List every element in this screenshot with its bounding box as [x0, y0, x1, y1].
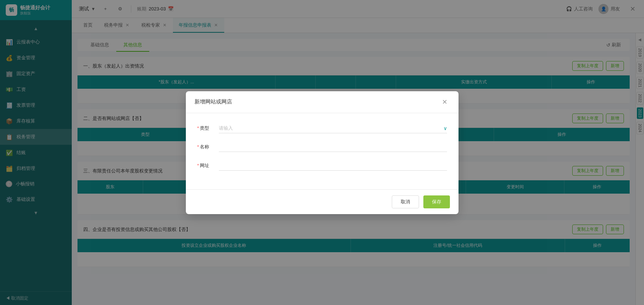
cancel-button[interactable]: 取消 [392, 195, 419, 208]
modal-body: *类型 ∨ *名称 *网址 [186, 113, 459, 189]
modal-header: 新增网站或网店 ✕ [186, 91, 459, 113]
modal-footer: 取消 保存 [186, 189, 459, 214]
name-input[interactable] [219, 142, 447, 152]
form-label-url: *网址 [197, 162, 219, 169]
modal-close-button[interactable]: ✕ [440, 97, 450, 107]
form-field-url: *网址 [197, 161, 447, 171]
modal-title: 新增网站或网店 [194, 98, 232, 105]
form-name-wrap [219, 142, 447, 152]
form-url-wrap [219, 161, 447, 171]
save-button[interactable]: 保存 [423, 195, 450, 208]
form-label-type: *类型 [197, 125, 219, 131]
form-type-wrap: ∨ [219, 123, 447, 133]
form-field-type: *类型 ∨ [197, 123, 447, 133]
add-website-modal: 新增网站或网店 ✕ *类型 ∨ *名称 [186, 91, 459, 214]
modal-overlay[interactable]: 新增网站或网店 ✕ *类型 ∨ *名称 [0, 0, 644, 305]
url-input[interactable] [219, 161, 447, 171]
type-input[interactable] [219, 123, 447, 133]
form-field-name: *名称 [197, 142, 447, 152]
form-label-name: *名称 [197, 144, 219, 150]
